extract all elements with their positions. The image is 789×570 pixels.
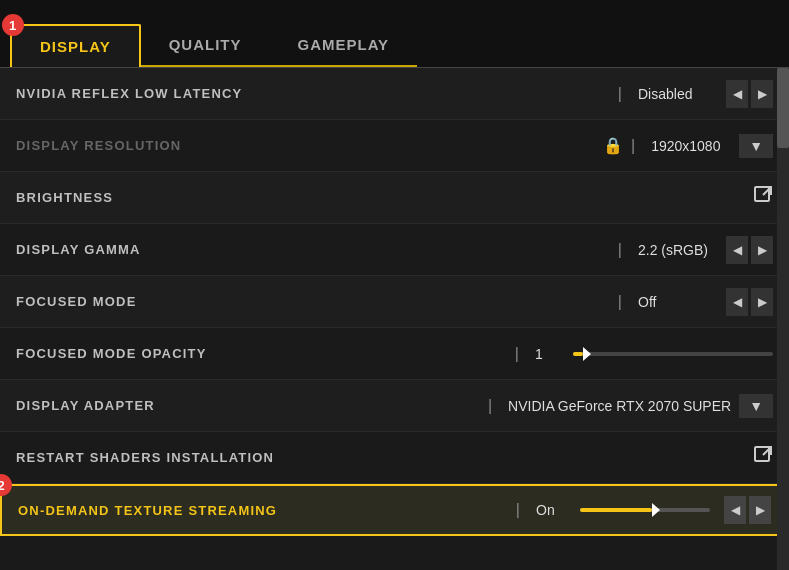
setting-row-focused-mode-opacity: FOCUSED MODE OPACITY | 1 [0,328,789,380]
setting-value-texture-streaming: | On ◀ ▶ [516,496,771,524]
slider-thumb-opacity[interactable] [583,347,591,361]
setting-row-display-adapter: DISPLAY ADAPTER | NVIDIA GeForce RTX 207… [0,380,789,432]
svg-rect-0 [755,187,769,201]
external-link-brightness[interactable] [753,185,773,210]
arrow-left-focused-mode[interactable]: ◀ [726,288,748,316]
setting-value-focused-mode: | Off ◀ ▶ [618,288,773,316]
arrow-group-nvidia-reflex: ◀ ▶ [726,80,773,108]
value-text-focused-mode-opacity: 1 [535,346,565,362]
setting-row-display-gamma: DISPLAY GAMMA | 2.2 (sRGB) ◀ ▶ [0,224,789,276]
separator-opacity: | [515,345,519,363]
arrow-right-texture-streaming[interactable]: ▶ [749,496,771,524]
slider-thumb-texture[interactable] [652,503,660,517]
slider-fill-texture [580,508,652,512]
tab-quality-label: Quality [169,36,242,53]
arrow-group-texture-streaming: ◀ ▶ [724,496,771,524]
arrow-group-focused-mode: ◀ ▶ [726,288,773,316]
external-link-restart-shaders[interactable] [753,445,773,470]
slider-track-texture[interactable] [580,508,710,512]
separator-focused: | [618,293,622,311]
tab-display[interactable]: 1 Display [10,24,141,67]
setting-label-nvidia-reflex: NVIDIA REFLEX LOW LATENCY [16,86,242,101]
slider-container-opacity [573,352,773,356]
setting-row-texture-streaming: 2 ON-DEMAND TEXTURE STREAMING | On ◀ ▶ [0,484,789,536]
dropdown-btn-display-adapter[interactable]: ▼ [739,394,773,418]
setting-row-focused-mode: FOCUSED MODE | Off ◀ ▶ [0,276,789,328]
setting-value-display-resolution: 🔒 | 1920x1080 ▼ [603,134,773,158]
dropdown-btn-display-resolution[interactable]: ▼ [739,134,773,158]
setting-label-display-resolution: DISPLAY RESOLUTION [16,138,181,153]
setting-row-nvidia-reflex: NVIDIA REFLEX LOW LATENCY | Disabled ◀ ▶ [0,68,789,120]
separator: | [618,85,622,103]
setting-label-brightness: BRIGHTNESS [16,190,113,205]
value-text-focused-mode: Off [638,294,718,310]
scrollbar-track [777,68,789,570]
separator-adapter: | [488,397,492,415]
setting-row-brightness: BRIGHTNESS [0,172,789,224]
setting-value-focused-mode-opacity: | 1 [515,345,773,363]
tab-gameplay-label: Gameplay [297,36,389,53]
tabs-bar: 1 Display Quality Gameplay [0,0,789,68]
value-text-display-adapter: NVIDIA GeForce RTX 2070 SUPER [508,398,731,414]
tab-quality[interactable]: Quality [141,24,270,67]
slider-track-opacity[interactable] [573,352,773,356]
arrow-left-nvidia-reflex[interactable]: ◀ [726,80,748,108]
separator-texture: | [516,501,520,519]
value-text-display-resolution: 1920x1080 [651,138,731,154]
value-text-display-gamma: 2.2 (sRGB) [638,242,718,258]
value-text-nvidia-reflex: Disabled [638,86,718,102]
app-container: 1 Display Quality Gameplay NVIDIA REFLEX… [0,0,789,536]
arrow-right-focused-mode[interactable]: ▶ [751,288,773,316]
setting-label-focused-mode: FOCUSED MODE [16,294,137,309]
slider-fill-opacity [573,352,583,356]
badge-1: 1 [2,14,24,36]
setting-label-focused-mode-opacity: FOCUSED MODE OPACITY [16,346,207,361]
arrow-group-display-gamma: ◀ ▶ [726,236,773,264]
arrow-right-nvidia-reflex[interactable]: ▶ [751,80,773,108]
setting-label-texture-streaming: ON-DEMAND TEXTURE STREAMING [18,503,277,518]
setting-value-restart-shaders [753,445,773,470]
setting-label-restart-shaders: RESTART SHADERS INSTALLATION [16,450,274,465]
setting-label-display-adapter: DISPLAY ADAPTER [16,398,155,413]
scrollbar-thumb[interactable] [777,68,789,148]
setting-label-display-gamma: DISPLAY GAMMA [16,242,141,257]
setting-value-display-adapter: | NVIDIA GeForce RTX 2070 SUPER ▼ [488,394,773,418]
tab-gameplay[interactable]: Gameplay [269,24,417,67]
separator-res: | [631,137,635,155]
value-text-texture-streaming: On [536,502,572,518]
arrow-right-display-gamma[interactable]: ▶ [751,236,773,264]
arrow-left-display-gamma[interactable]: ◀ [726,236,748,264]
tab-display-label: Display [40,38,111,55]
settings-list: NVIDIA REFLEX LOW LATENCY | Disabled ◀ ▶… [0,68,789,536]
setting-row-display-resolution: DISPLAY RESOLUTION 🔒 | 1920x1080 ▼ [0,120,789,172]
setting-value-nvidia-reflex: | Disabled ◀ ▶ [618,80,773,108]
svg-rect-2 [755,447,769,461]
setting-row-restart-shaders: RESTART SHADERS INSTALLATION [0,432,789,484]
slider-container-texture [580,508,710,512]
setting-value-brightness [753,185,773,210]
separator-gamma: | [618,241,622,259]
setting-value-display-gamma: | 2.2 (sRGB) ◀ ▶ [618,236,773,264]
lock-icon: 🔒 [603,136,623,155]
arrow-left-texture-streaming[interactable]: ◀ [724,496,746,524]
